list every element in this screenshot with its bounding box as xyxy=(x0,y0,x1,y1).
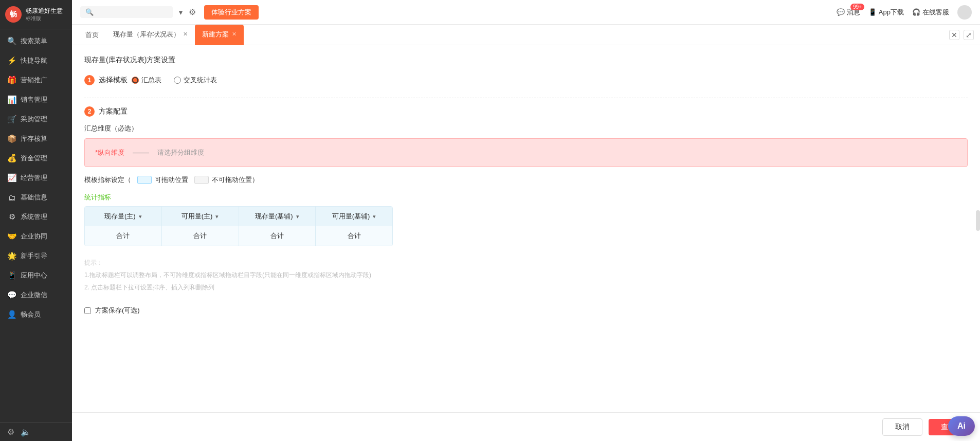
industry-btn[interactable]: 体验行业方案 xyxy=(204,5,259,20)
step2-section: 2 方案配置 汇总维度（必选） *纵向维度 —— 请选择分组维度 模板指标设定（… xyxy=(84,106,968,293)
marketing-icon: 🎁 xyxy=(7,76,16,85)
quick-nav-icon: ⚡ xyxy=(7,56,16,65)
step1-title: 选择模板 xyxy=(99,76,128,85)
headset-icon: 🎧 xyxy=(912,8,920,16)
agg-label: 汇总维度（必选） xyxy=(84,124,968,133)
message-icon: 💬 xyxy=(837,8,845,16)
draggable-box xyxy=(137,176,152,184)
page-title: 现存量(库存状况表)方案设置 xyxy=(84,56,968,65)
radio-cross-text: 交叉统计表 xyxy=(184,76,217,85)
tab-close-inventory[interactable]: ✕ xyxy=(183,31,188,38)
topbar-right: 💬 消息 99+ 📱 App下载 🎧 在线客服 xyxy=(837,5,972,20)
radio-summary-label[interactable]: 汇总表 xyxy=(132,76,161,85)
ai-bubble[interactable]: Ai xyxy=(948,416,975,436)
sidebar-item-sales[interactable]: 📊 销售管理 xyxy=(0,90,72,109)
dropdown-arrow-icon[interactable]: ▾ xyxy=(179,8,183,16)
tab-control-btns: ✕ ⤢ xyxy=(949,30,974,40)
main-area: 🔍 ▾ ⚙ 体验行业方案 💬 消息 99+ 📱 App下载 🎧 在线客服 xyxy=(72,0,980,441)
logo-icon: 畅 xyxy=(5,6,22,23)
save-checkbox[interactable] xyxy=(84,307,91,314)
step2-header: 2 方案配置 xyxy=(84,106,968,117)
radio-summary[interactable] xyxy=(132,77,139,84)
sidebar-logo: 畅 畅康通好生意 标准版 xyxy=(0,0,72,29)
radio-cross-label[interactable]: 交叉统计表 xyxy=(174,76,217,85)
resize-handle[interactable] xyxy=(976,210,980,231)
tab-close-new-plan[interactable]: ✕ xyxy=(232,31,237,38)
agg-required-text: *纵向维度 xyxy=(95,148,124,157)
bottom-save-section: 方案保存(可选) xyxy=(84,306,968,315)
sidebar: 畅 畅康通好生意 标准版 🔍 搜索菜单 ⚡ 快捷导航 🎁 营销推广 📊 销售管理… xyxy=(0,0,72,441)
tabs-bar: 首页 现存量（库存状况表） ✕ 新建方案 ✕ ✕ ⤢ xyxy=(72,25,980,45)
app-download-btn[interactable]: 📱 App下载 xyxy=(868,8,904,17)
sidebar-item-new-guide[interactable]: 🌟 新手引导 xyxy=(0,246,72,266)
gear-icon[interactable]: ⚙ xyxy=(189,7,196,17)
chevron-stock-main[interactable]: ▾ xyxy=(139,213,142,220)
stats-section-title: 统计指标 xyxy=(84,193,968,202)
sidebar-item-contract[interactable]: 🤝 企业协同 xyxy=(0,227,72,246)
search-input[interactable] xyxy=(97,9,158,16)
sidebar-item-app-center[interactable]: 📱 应用中心 xyxy=(0,266,72,285)
fixed-indicator: 不可拖动位置） xyxy=(194,175,259,185)
sidebar-item-marketing[interactable]: 🎁 营销推广 xyxy=(0,70,72,90)
tab-new-plan[interactable]: 新建方案 ✕ xyxy=(195,25,244,45)
sidebar-item-wechat[interactable]: 💬 企业微信 xyxy=(0,285,72,305)
draggable-indicator: 可拖动位置 xyxy=(137,175,188,185)
sidebar-item-inventory[interactable]: 📦 库存核算 xyxy=(0,129,72,149)
mobile-icon: 📱 xyxy=(868,8,877,16)
sidebar-item-operation[interactable]: 📈 经营管理 xyxy=(0,168,72,188)
td-total-4: 合计 xyxy=(316,226,392,246)
search-menu-icon: 🔍 xyxy=(7,36,16,46)
sidebar-item-label: 新手引导 xyxy=(21,251,47,261)
sidebar-item-label: 资金管理 xyxy=(21,154,47,163)
topbar: 🔍 ▾ ⚙ 体验行业方案 💬 消息 99+ 📱 App下载 🎧 在线客服 xyxy=(72,0,980,25)
service-btn[interactable]: 🎧 在线客服 xyxy=(912,8,949,17)
close-tab-btn[interactable]: ✕ xyxy=(949,30,959,40)
tab-inventory-status[interactable]: 现存量（库存状况表） ✕ xyxy=(106,25,195,45)
td-total-3: 合计 xyxy=(239,226,316,246)
sidebar-bottom: ⚙ 🔈 xyxy=(0,422,72,441)
sidebar-item-purchase[interactable]: 🛒 采购管理 xyxy=(0,109,72,129)
tab-home[interactable]: 首页 xyxy=(78,25,106,45)
template-radio-group: 汇总表 交叉统计表 xyxy=(132,76,217,85)
draggable-label: 可拖动位置 xyxy=(155,175,188,185)
sidebar-item-system[interactable]: ⚙ 系统管理 xyxy=(0,207,72,227)
sidebar-item-label: 营销推广 xyxy=(21,76,47,85)
inventory-icon: 📦 xyxy=(7,134,16,143)
content-inner: 现存量(库存状况表)方案设置 1 选择模板 汇总表 交叉统计表 xyxy=(72,45,980,441)
operation-icon: 📈 xyxy=(7,173,16,182)
radio-cross[interactable] xyxy=(174,77,181,84)
sidebar-item-basic-info[interactable]: 🗂 基础信息 xyxy=(0,188,72,207)
tip-1: 1.拖动标题栏可以调整布局，不可跨维度或指标区域拖动栏目字段(只能在同一维度或指… xyxy=(84,269,968,281)
expand-tab-btn[interactable]: ⤢ xyxy=(964,30,974,40)
step1-section: 1 选择模板 汇总表 交叉统计表 xyxy=(84,75,968,85)
sidebar-item-member[interactable]: 👤 畅会员 xyxy=(0,305,72,324)
sidebar-item-quick-nav[interactable]: ⚡ 快捷导航 xyxy=(0,51,72,70)
message-btn[interactable]: 💬 消息 99+ xyxy=(837,8,860,17)
sidebar-item-finance[interactable]: 💰 资金管理 xyxy=(0,149,72,168)
volume-icon[interactable]: 🔈 xyxy=(21,427,31,437)
th-stock-aux: 现存量(基辅) ▾ xyxy=(239,207,316,226)
wechat-icon: 💬 xyxy=(7,290,16,300)
radio-summary-text: 汇总表 xyxy=(141,76,161,85)
save-label: 方案保存(可选) xyxy=(95,306,140,315)
chevron-stock-aux[interactable]: ▾ xyxy=(296,213,299,220)
content-area: 现存量(库存状况表)方案设置 1 选择模板 汇总表 交叉统计表 xyxy=(72,45,980,441)
sidebar-item-label: 快捷导航 xyxy=(21,56,47,65)
user-avatar[interactable] xyxy=(957,5,972,20)
settings-icon[interactable]: ⚙ xyxy=(7,427,14,437)
step2-num: 2 xyxy=(84,106,95,117)
sidebar-item-search-menu[interactable]: 🔍 搜索菜单 xyxy=(0,31,72,51)
topbar-search-box[interactable]: 🔍 xyxy=(80,6,173,18)
sidebar-item-label: 应用中心 xyxy=(21,271,47,280)
sidebar-item-label: 经营管理 xyxy=(21,173,47,182)
th-available-main: 可用量(主) ▾ xyxy=(162,207,239,226)
agg-placeholder: 请选择分组维度 xyxy=(157,148,204,157)
contract-icon: 🤝 xyxy=(7,232,16,241)
chevron-available-main[interactable]: ▾ xyxy=(215,213,219,220)
sales-icon: 📊 xyxy=(7,95,16,104)
logo-text: 畅康通好生意 标准版 xyxy=(26,7,63,22)
chevron-available-aux[interactable]: ▾ xyxy=(373,213,376,220)
fixed-label: 不可拖动位置） xyxy=(212,175,259,185)
cancel-button[interactable]: 取消 xyxy=(882,418,922,436)
sidebar-item-label: 基础信息 xyxy=(21,193,47,202)
